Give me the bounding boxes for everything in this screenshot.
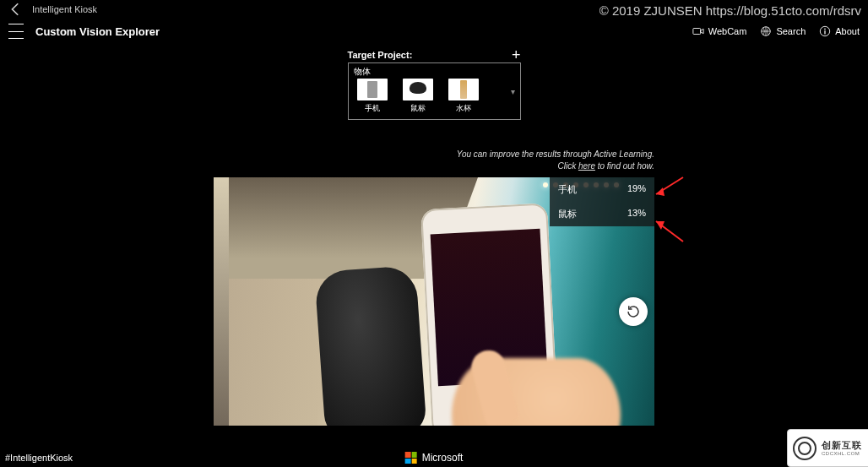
camera-frame: 手机 19% 鼠标 13% [214,177,654,426]
badge-title: 创新互联 [822,440,862,450]
annotation-arrow [651,176,685,209]
project-item-label: 手机 [365,103,380,114]
prediction-label: 手机 [558,183,577,196]
footer-brand-label: Microsoft [422,452,464,464]
project-item-label: 鼠标 [410,103,426,114]
menu-button[interactable] [8,24,24,39]
project-item-label: 水杯 [456,103,471,114]
photo-mouse [314,265,427,426]
thumbnail-mouse [403,79,433,100]
watermark-text: © 2019 ZJUNSEN https://blog.51cto.com/rd… [599,3,861,18]
footer: #IntelligentKiosk Microsoft 为了您的 [0,452,868,464]
site-badge: 创新互联 CDCXHL.COM [787,429,868,467]
add-project-button[interactable]: + [512,49,521,61]
thumbnail-phone [357,79,388,100]
photo-edge [214,177,229,426]
webcam-label: WebCam [708,26,747,36]
thumbnail-cup [448,79,479,100]
chevron-down-icon: ▾ [511,87,515,96]
project-item-mouse[interactable]: 鼠标 [403,79,433,114]
svg-marker-6 [656,187,665,196]
refresh-icon [626,304,641,319]
info-icon [819,25,831,37]
project-item-cup[interactable]: 水杯 [448,79,479,114]
microsoft-logo-icon [405,452,417,464]
badge-logo-icon [793,437,816,460]
svg-rect-0 [693,29,701,35]
project-item-phone[interactable]: 手机 [357,79,388,114]
prediction-score: 13% [627,208,646,220]
prediction-label: 鼠标 [558,208,577,220]
tip-line2-suffix: to find out how. [595,161,654,171]
back-button[interactable] [8,2,24,17]
prediction-score: 19% [627,183,646,196]
project-picker: Target Project: + 物体 手机 鼠标 水杯 ▾ [0,49,868,120]
tip-line2-prefix: Click [557,161,578,171]
svg-marker-8 [656,221,665,230]
annotation-arrow [651,209,685,243]
svg-point-3 [824,29,826,30]
footer-brand: Microsoft [405,452,464,464]
badge-subtitle: CDCXHL.COM [822,451,862,456]
refresh-button[interactable] [619,297,648,326]
search-label: Search [776,26,806,36]
arrow-left-icon [8,2,24,17]
picker-group-label: 物体 [354,66,371,78]
prediction-row: 手机 19% [550,177,654,202]
tip-link[interactable]: here [578,161,595,171]
window-title: Intelligent Kiosk [32,4,97,14]
prediction-panel: 手机 19% 鼠标 13% [550,177,654,226]
camera-area: 手机 19% 鼠标 13% [214,177,654,426]
about-label: About [835,26,860,36]
active-learning-tip: You can improve the results through Acti… [214,149,654,172]
prediction-row: 鼠标 13% [550,202,654,226]
tip-line1: You can improve the results through Acti… [214,149,654,160]
about-button[interactable]: About [819,25,860,37]
page-title: Custom Vision Explorer [35,25,160,38]
globe-icon [760,25,772,37]
picker-label: Target Project: [348,50,413,60]
svg-rect-4 [825,30,826,34]
camera-icon [692,25,704,37]
search-button[interactable]: Search [760,25,806,37]
footer-hashtag: #IntelligentKiosk [5,453,73,463]
webcam-button[interactable]: WebCam [692,25,747,37]
command-bar-actions: WebCam Search About [692,25,860,37]
command-bar: Custom Vision Explorer WebCam Search Abo… [0,19,868,44]
project-dropdown[interactable]: 物体 手机 鼠标 水杯 ▾ [348,62,521,120]
